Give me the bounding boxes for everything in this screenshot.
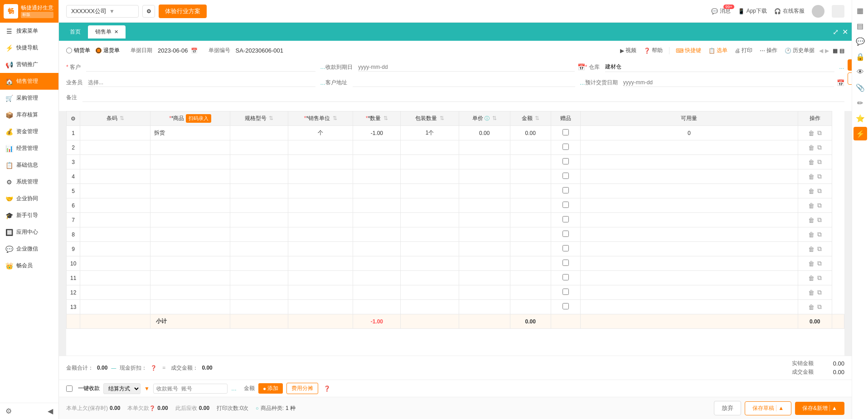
delete-row-icon[interactable]: 🗑 [808,130,815,137]
row-pack-qty[interactable] [401,300,459,314]
row-gift[interactable] [551,140,581,155]
row-product[interactable] [150,242,230,256]
row-spec[interactable] [230,140,288,155]
shortcut-btn[interactable]: ⌨ 快捷键 [673,45,704,56]
app-download-button[interactable]: 📱 App下载 [738,7,767,15]
delete-row-icon[interactable]: 🗑 [808,188,815,195]
row-price[interactable] [459,242,510,256]
row-qty[interactable] [353,155,401,169]
save-new-button[interactable]: 保存&新增 ▲ [795,402,844,415]
copy-row-icon[interactable]: ⧉ [817,274,822,282]
sidebar-item-member[interactable]: 👑 畅会员 [0,257,58,274]
row-barcode[interactable] [80,227,150,242]
row-price[interactable] [459,300,510,314]
row-barcode[interactable] [80,213,150,227]
company-select[interactable]: XXXXXX公司 ▼ [66,5,139,18]
copy-row-icon[interactable]: ⧉ [817,260,822,267]
row-pack-qty[interactable] [401,169,459,184]
topbar-gear-button[interactable]: ⚙ [142,5,155,18]
expense-split-button[interactable]: 费用分摊 [286,383,318,394]
row-product[interactable] [150,155,230,169]
row-barcode[interactable] [80,256,150,271]
sidebar-item-apps[interactable]: 🔲 应用中心 [0,224,58,241]
tab-expand-icon[interactable]: ⤢ [833,28,839,36]
row-spec[interactable] [230,227,288,242]
row-unit[interactable] [288,285,353,300]
row-price[interactable] [459,256,510,271]
delivery-date-calendar-icon[interactable]: 📅 [837,79,844,87]
row-unit[interactable] [288,271,353,285]
row-spec[interactable] [230,285,288,300]
customer-address-input[interactable] [353,79,443,86]
row-unit[interactable] [288,184,353,198]
tab-close-all-icon[interactable]: ✕ [842,28,848,36]
row-unit[interactable] [288,227,353,242]
row-pack-qty[interactable] [401,198,459,213]
calc-help-icon[interactable]: ❓ [150,365,157,371]
settings-bottom-icon[interactable]: ⚙ [5,407,12,415]
row-spec[interactable] [230,271,288,285]
row-unit[interactable] [288,300,353,314]
rp-eye-button[interactable]: 👁 [853,65,867,79]
row-product[interactable] [150,184,230,198]
copy-row-icon[interactable]: ⧉ [817,303,822,311]
amount-sort-icon[interactable]: ⇅ [535,115,539,121]
sidebar-item-operation[interactable]: 📊 经营管理 [0,140,58,157]
delete-row-icon[interactable]: 🗑 [808,246,815,253]
warehouse-more-icon[interactable]: … [839,64,844,70]
discard-button[interactable]: 放弃 [714,401,741,415]
row-gift[interactable] [551,285,581,300]
copy-row-icon[interactable]: ⧉ [817,231,822,238]
online-service-button[interactable]: 🎧 在线客服 [774,7,805,15]
row-qty[interactable] [353,242,401,256]
row-qty[interactable] [353,184,401,198]
next-icon[interactable]: ▶ [825,48,829,54]
copy-row-icon[interactable]: ⧉ [817,173,822,180]
row-qty[interactable] [353,256,401,271]
row-gift[interactable] [551,227,581,242]
row-barcode[interactable] [80,198,150,213]
calc-info-icon[interactable]: — [111,365,116,371]
row-product[interactable] [150,285,230,300]
pack-sort-icon[interactable]: ⇅ [440,115,444,121]
row-product[interactable] [150,227,230,242]
row-amount[interactable] [510,155,551,169]
save-new-arrow-icon[interactable]: ▲ [829,405,837,411]
copy-row-icon[interactable]: ⧉ [817,245,822,253]
salesperson-input[interactable] [88,79,151,86]
row-barcode[interactable] [80,271,150,285]
save-draft-arrow-icon[interactable]: ▲ [776,405,784,411]
salesperson-more-icon[interactable]: … [320,80,325,86]
copy-row-icon[interactable]: ⧉ [817,289,822,296]
product-kind-icon[interactable]: ○ [256,405,259,411]
row-qty[interactable] [353,271,401,285]
row-gift[interactable] [551,242,581,256]
row-amount[interactable] [510,300,551,314]
rp-message-button[interactable]: 💬 [853,34,867,48]
rp-lock-button[interactable]: 🔒 [853,50,867,63]
delete-row-icon[interactable]: 🗑 [808,231,815,238]
spec-sort-icon[interactable]: ⇅ [269,115,273,121]
settings-col-icon[interactable]: ⚙ [71,116,76,122]
row-pack-qty[interactable] [401,184,459,198]
row-unit[interactable] [288,256,353,271]
row-unit[interactable] [288,155,353,169]
rp-pencil-button[interactable]: ✏ [853,96,867,110]
row-spec[interactable] [230,198,288,213]
row-qty[interactable] [353,198,401,213]
row-price[interactable] [459,285,510,300]
sale-order-radio[interactable]: 销货单 [66,47,90,54]
row-pack-qty[interactable] [401,242,459,256]
row-price[interactable] [459,169,510,184]
row-amount[interactable]: 0.00 [510,126,551,140]
rp-attach-button[interactable]: 📎 [853,81,867,94]
sidebar-item-finance[interactable]: 💰 资金管理 [0,123,58,140]
row-product[interactable] [150,140,230,155]
history-btn[interactable]: 🕐 历史单据 [782,45,817,56]
row-pack-qty[interactable] [401,256,459,271]
unit-sort-icon[interactable]: ⇅ [333,115,337,121]
rp-orange-action-button[interactable]: ⚡ [853,127,867,140]
sidebar-item-collab[interactable]: 🤝 企业协同 [0,190,58,207]
row-product[interactable] [150,300,230,314]
row-qty[interactable] [353,285,401,300]
